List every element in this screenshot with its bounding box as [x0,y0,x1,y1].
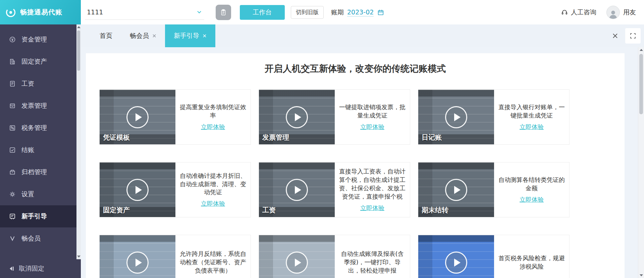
main-area: 1111 工作台 切到旧版 账期 2023-02 人工咨询 用友 首页 畅会员 [81,0,644,278]
sidebar-item-label: 资金管理 [21,35,47,44]
clipboard-button[interactable] [216,5,231,20]
experience-link[interactable]: 立即体验 [520,196,544,204]
sidebar-item-member[interactable]: 畅会员 [0,227,81,250]
video-thumbnail[interactable]: 日记账 [418,90,494,144]
brand-header: 畅捷通易代账 [0,0,81,24]
thumb-caption: 日记账 [422,133,442,142]
card-body: 首页税务风险检查，规避涉税风险 [494,235,569,278]
close-all-button[interactable] [612,32,619,39]
scroll-thumb[interactable] [77,30,80,71]
guide-card: 允许跨月反结账，系统自动检查（凭证断号、资产负债表平衡） [99,235,251,278]
card-description: 一键提取进销项发票，批量生成凭证 [339,103,406,120]
experience-link[interactable]: 立即体验 [520,123,544,131]
guide-board-icon [9,212,17,220]
thumb-caption: 发票管理 [262,133,289,142]
calendar-icon[interactable] [377,9,384,16]
thumb-caption: 期末结转 [422,206,448,215]
tab-member[interactable]: 畅会员 [121,24,165,47]
scroll-up-arrow[interactable] [77,26,80,28]
check-square-icon [9,146,17,154]
play-button[interactable] [126,106,149,128]
sidebar-scrollbar[interactable] [76,24,81,259]
tab-label: 新手引导 [174,31,199,40]
sidebar-item-tax[interactable]: 税务管理 [0,117,81,139]
play-button[interactable] [286,106,308,128]
tab-close-icon[interactable] [203,34,207,38]
tab-close-icon[interactable] [152,34,156,38]
play-button[interactable] [445,252,467,274]
video-thumbnail[interactable]: 凭证模板 [100,90,175,144]
fullscreen-button[interactable] [625,28,641,44]
avatar[interactable] [606,6,620,19]
guide-cards-grid: 凭证模板 提高重复业务填制凭证效率 立即体验 发票管理 一键提取进销项发票，批量… [86,89,625,278]
experience-link[interactable]: 立即体验 [201,123,225,131]
sidebar-item-label: 发票管理 [21,101,47,110]
sidebar-item-label: 结账 [21,146,34,154]
tab-home[interactable]: 首页 [91,24,121,47]
workbench-button[interactable]: 工作台 [240,5,285,20]
scroll-thumb[interactable] [639,54,643,114]
sidebar-menu: 资金管理 固定资产 工资 发票管理 税务管理 结账 归档管理 设置 [0,24,81,259]
play-button[interactable] [126,179,149,201]
sidebar-item-archive[interactable]: 归档管理 [0,161,81,183]
content-area: 开启人机交互新体验，改变你的传统记账模式 凭证模板 提高重复业务填制凭证效率 立… [81,47,644,278]
card-body: 直接导入银行对账单，一键批量生成凭证 立即体验 [494,90,569,144]
sidebar-item-invoice[interactable]: 发票管理 [0,95,81,117]
play-button[interactable] [286,252,308,274]
tab-label: 首页 [100,31,112,40]
play-button[interactable] [445,179,467,201]
guide-card: 工资 直接导入工资表，自动计算个税，自动生成计提工资、社保公积金、发放工资凭证，… [259,162,410,217]
sidebar-item-label: 固定资产 [21,57,47,66]
unpin-label: 取消固定 [19,264,44,273]
video-thumbnail[interactable] [259,235,335,278]
sidebar-item-funds[interactable]: 资金管理 [0,28,81,51]
sidebar-item-label: 畅会员 [21,234,41,243]
sidebar-item-settings[interactable]: 设置 [0,183,81,205]
play-button[interactable] [126,252,149,274]
guide-card: 首页税务风险检查，规避涉税风险 [418,235,570,278]
sidebar-item-label: 归档管理 [21,168,47,177]
scroll-down-arrow[interactable] [640,274,643,276]
video-thumbnail[interactable] [418,235,494,278]
switch-old-version-button[interactable]: 切到旧版 [291,6,324,19]
period-value[interactable]: 2023-02 [347,8,374,16]
scroll-down-arrow[interactable] [77,256,80,258]
video-thumbnail[interactable]: 发票管理 [259,90,335,144]
sidebar-item-fixed-assets[interactable]: 固定资产 [0,51,81,73]
sidebar-item-closing[interactable]: 结账 [0,139,81,161]
guide-panel: 开启人机交互新体验，改变你的传统记账模式 凭证模板 提高重复业务填制凭证效率 立… [86,53,625,278]
coin-icon [9,36,17,44]
unpin-button[interactable]: 取消固定 [0,259,81,278]
account-select-value: 1111 [87,8,103,16]
card-body: 自动生成账簿及报表(含季报)，一键打印、导出，轻松处理申报 [335,235,410,278]
video-thumbnail[interactable]: 期末结转 [418,162,494,217]
experience-link[interactable]: 立即体验 [360,123,384,131]
account-select[interactable]: 1111 [85,5,204,20]
card-body: 一键提取进销项发票，批量生成凭证 立即体验 [335,90,410,144]
play-button[interactable] [286,179,308,201]
sidebar-item-guide[interactable]: 新手引导 [0,205,81,227]
card-body: 自动准确计提本月折旧、自动生成新增、清理、变动凭证 立即体验 [175,162,251,217]
video-thumbnail[interactable]: 固定资产 [100,162,175,217]
building-icon [9,58,17,66]
chevron-down-icon [196,9,202,15]
sidebar-item-salary[interactable]: 工资 [0,73,81,95]
card-description: 直接导入银行对账单，一键批量生成凭证 [498,103,565,120]
scroll-up-arrow[interactable] [640,49,643,51]
username: 用友 [623,8,636,17]
topbar: 1111 工作台 切到旧版 账期 2023-02 人工咨询 用友 [81,0,644,24]
close-icon [612,32,619,39]
main-scrollbar[interactable] [638,47,644,278]
fullscreen-icon [629,32,637,40]
consult-link[interactable]: 人工咨询 [561,8,596,17]
video-thumbnail[interactable]: 工资 [259,162,335,217]
video-thumbnail[interactable] [100,235,175,278]
sidebar-item-label: 税务管理 [21,124,47,132]
card-description: 允许跨月反结账，系统自动检查（凭证断号、资产负债表平衡） [179,250,247,275]
tab-guide[interactable]: 新手引导 [165,24,215,47]
card-description: 首页税务风险检查，规避涉税风险 [498,254,565,271]
play-button[interactable] [445,106,467,128]
experience-link[interactable]: 立即体验 [201,200,225,208]
experience-link[interactable]: 立即体验 [360,204,384,212]
guide-card: 发票管理 一键提取进销项发票，批量生成凭证 立即体验 [259,89,410,145]
